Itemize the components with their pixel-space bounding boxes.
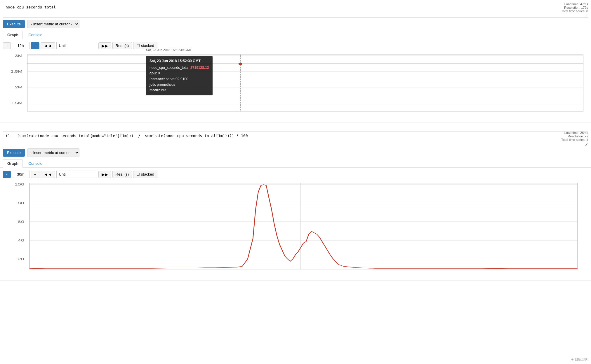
panel1-metric-select[interactable]: - insert metric at cursor - <box>27 20 79 28</box>
panel-1: Load time: 47ms Resolution: 172s Total t… <box>0 0 591 123</box>
panel2-y-label-40: 40 <box>18 239 24 242</box>
panel2-query-row: (1 - (sum(rate(node_cpu_seconds_total{mo… <box>0 132 591 146</box>
panel2-stacked-btn[interactable]: ☐ stacked <box>133 171 157 178</box>
panel2-data-line <box>29 185 577 269</box>
panel1-load-time: Load time: 47ms <box>561 2 588 6</box>
panel2-y-label-100: 100 <box>14 183 24 186</box>
panel2-y-label-80: 80 <box>18 201 24 205</box>
panel2-tabs: Graph Console <box>0 159 591 168</box>
panel2-graph-svg: 100 80 60 40 20 <box>3 180 588 274</box>
panel2-execute-row: Execute - insert metric at cursor - <box>0 148 591 157</box>
panel2-tab-console[interactable]: Console <box>24 159 47 167</box>
panel2-stacked-label: stacked <box>141 172 154 176</box>
panel2-total-series: Total time series: 1 <box>561 138 588 141</box>
panel1-until-input[interactable] <box>56 42 97 49</box>
panel2-meta: Load time: 26ms Resolution: 7s Total tim… <box>561 131 588 141</box>
panel2-until-input[interactable] <box>56 171 97 178</box>
panel2-graph-border <box>29 183 577 269</box>
panel2-minus-btn[interactable]: - <box>3 171 11 178</box>
panel1-graph-svg: 3M 2.5M 2M 1.5M <box>3 52 588 116</box>
panel2-stacked-checkbox: ☐ <box>136 172 140 176</box>
panel2-graph-controls: - + ◄◄ ▶▶ Res. (s) ☐ stacked <box>0 171 591 178</box>
panel1-res-btn[interactable]: Res. (s) <box>112 42 132 49</box>
panel2-resolution: Resolution: 7s <box>561 134 588 138</box>
panel1-execute-button[interactable]: Execute <box>3 20 25 28</box>
panel1-y-label-3m: 3M <box>15 54 22 57</box>
panel2-res-btn[interactable]: Res. (s) <box>112 171 132 178</box>
panel1-plus-btn[interactable]: + <box>31 42 39 49</box>
panel2-load-time: Load time: 26ms <box>561 131 588 134</box>
panel2-graph-area: 100 80 60 40 20 <box>3 180 588 274</box>
panel1-stacked-checkbox: ☐ <box>136 43 140 48</box>
panel1-y-label-2m: 2M <box>15 85 22 89</box>
panel1-next-btn[interactable]: ▶▶ <box>98 42 111 49</box>
panel2-y-label-20: 20 <box>18 257 24 261</box>
panel1-graph-area: 3M 2.5M 2M 1.5M Sat, 23 Jun 2018 15:52:3… <box>3 52 588 117</box>
panel1-tooltip-top-label: Sat, 23 Jun 2018 15:52:39 GMT <box>146 48 192 52</box>
panel2-y-label-60: 60 <box>18 220 24 223</box>
panel1-tab-console[interactable]: Console <box>24 31 47 39</box>
panel1-stacked-label: stacked <box>141 43 154 48</box>
panel2-duration-input[interactable] <box>12 171 29 178</box>
panel2-tab-graph[interactable]: Graph <box>3 159 23 168</box>
panel1-prev-btn[interactable]: ◄◄ <box>41 42 55 49</box>
panel2-next-btn[interactable]: ▶▶ <box>98 171 111 178</box>
panel1-minus-btn[interactable]: - <box>3 42 11 49</box>
panel2-plus-btn[interactable]: + <box>31 171 39 178</box>
panel1-y-label-15m: 1.5M <box>11 101 22 105</box>
panel1-query-row: node_cpu_seconds_total <box>0 3 591 18</box>
panel1-execute-row: Execute - insert metric at cursor - <box>0 20 591 28</box>
panel2-execute-button[interactable]: Execute <box>3 149 25 157</box>
panel1-resolution: Resolution: 172s <box>561 6 588 9</box>
panel1-duration-input[interactable] <box>12 42 29 49</box>
panel-2: Load time: 26ms Resolution: 7s Total tim… <box>0 129 591 281</box>
panel1-cursor-dot <box>239 63 242 65</box>
panel1-tab-graph[interactable]: Graph <box>3 31 23 39</box>
panel1-tabs: Graph Console <box>0 31 591 39</box>
panel1-query-input[interactable]: node_cpu_seconds_total <box>3 3 588 18</box>
panel2-query-input[interactable]: (1 - (sum(rate(node_cpu_seconds_total{mo… <box>3 132 588 146</box>
panel1-graph-controls: - + ◄◄ ▶▶ Res. (s) ☐ stacked <box>0 42 591 49</box>
panel1-y-label-25m: 2.5M <box>11 70 22 73</box>
panel1-meta: Load time: 47ms Resolution: 172s Total t… <box>561 2 588 13</box>
panel1-total-series: Total time series: 8 <box>561 9 588 13</box>
panel2-prev-btn[interactable]: ◄◄ <box>41 171 55 178</box>
panel2-metric-select[interactable]: - insert metric at cursor - <box>27 148 79 157</box>
